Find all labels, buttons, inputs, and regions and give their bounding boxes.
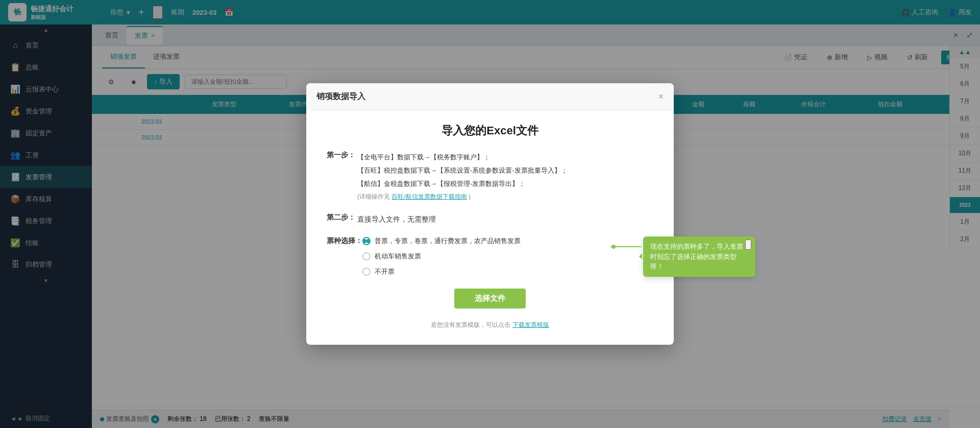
modal-close-btn[interactable]: × (658, 91, 664, 102)
step1-guide-link[interactable]: 百旺/航信发票数据下载指南 (391, 193, 467, 200)
step1-content: 【全电平台】数据下载→【税务数字账户】； 【百旺】税控盘数据下载→【系统设置-系… (357, 151, 568, 203)
radio-normal[interactable]: 普票，专票，卷票，通行费发票，农产品销售发票 (362, 236, 521, 246)
step1-note: (详细操作见 百旺/航信发票数据下载指南 ) (357, 191, 568, 203)
tooltip-bubble: × 现在支持的票种多了，导入发票时别忘了选择正确的发票类型呀！ (643, 236, 755, 277)
step1-label: 第一步： (327, 151, 357, 160)
step1-line-3: 【航信】金税盘数据下载→【报税管理-发票数据导出】； (357, 177, 568, 191)
step2-content: 直接导入文件，无需整理 (357, 215, 436, 224)
modal-header: 销项数据导入 × (306, 83, 674, 111)
step1-line-2: 【百旺】税控盘数据下载→【系统设置-系统参数设置-发票批量导入】； (357, 164, 568, 177)
radio-none-circle (362, 268, 371, 276)
radio-normal-circle (362, 237, 371, 245)
step2-label: 第二步： (327, 213, 357, 222)
modal-body: 导入您的Excel文件 第一步： 【全电平台】数据下载→【税务数字账户】； 【百… (306, 111, 674, 345)
radio-car[interactable]: 机动车销售发票 (362, 252, 521, 261)
template-note: 若您没有发票模版，可以点击 下载发票模版 (327, 321, 653, 329)
step1-block: 第一步： 【全电平台】数据下载→【税务数字账户】； 【百旺】税控盘数据下载→【系… (327, 151, 653, 203)
step1-line-1: 【全电平台】数据下载→【税务数字账户】； (357, 151, 568, 164)
radio-none[interactable]: 不开票 (362, 267, 521, 276)
template-download-link[interactable]: 下载发票模版 (512, 321, 549, 328)
import-modal: 销项数据导入 × 导入您的Excel文件 第一步： 【全电平台】数据下载→【税务… (306, 83, 674, 345)
select-file-btn[interactable]: 选择文件 (454, 289, 526, 308)
radio-car-circle (362, 252, 371, 260)
ticket-select-block: 票种选择： 普票，专票，卷票，通行费发票，农产品销售发票 机动车销售发票 (327, 236, 653, 276)
step2-block: 第二步： 直接导入文件，无需整理 (327, 213, 653, 226)
ticket-label: 票种选择： (327, 236, 362, 246)
modal-title: 销项数据导入 (316, 91, 365, 102)
tooltip-close-btn[interactable]: × (745, 240, 751, 250)
radio-group: 普票，专票，卷票，通行费发票，农产品销售发票 机动车销售发票 不开票 (362, 236, 521, 276)
modal-main-title: 导入您的Excel文件 (327, 123, 653, 138)
